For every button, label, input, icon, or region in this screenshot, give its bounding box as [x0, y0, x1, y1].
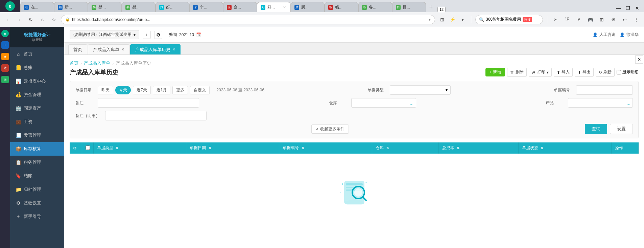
product-dots[interactable]: ... [624, 100, 633, 106]
sidebar-item-reports[interactable]: 📊 云报表中心 [10, 74, 64, 88]
new-tab-button[interactable]: + [426, 2, 436, 12]
note-detail-filter-input[interactable] [105, 111, 207, 120]
tab-1[interactable]: 在 在... [20, 2, 54, 12]
bolt-icon[interactable]: ⚡ [448, 15, 457, 24]
app-icon-main[interactable]: e [1, 30, 9, 37]
sidebar-item-inventory[interactable]: 📦 库存核算 [10, 142, 64, 156]
grid-icon[interactable]: ⊞ [438, 15, 447, 24]
date-yesterday[interactable]: 昨天 [98, 86, 113, 94]
display-checkbox[interactable] [617, 70, 621, 74]
back-button[interactable]: ‹ [3, 15, 12, 24]
minimize-button[interactable]: — [614, 4, 622, 12]
company-selector[interactable]: (勿删勿禁用）江西碳宝测试专用 ▾ [70, 30, 139, 39]
chevron-down-icon[interactable]: ▾ [458, 15, 467, 24]
breadcrumb-home[interactable]: 首页 [70, 60, 78, 66]
sidebar-item-invoice[interactable]: 🧾 发票管理 [10, 129, 64, 142]
import-button[interactable]: ⬆ 导入 [554, 68, 573, 77]
tab-8-close[interactable]: ✕ [282, 5, 287, 10]
table-col-warehouse[interactable]: 仓库 ⇅ [372, 142, 439, 154]
company-settings-button[interactable]: ⚙ [154, 31, 162, 39]
table-col-date[interactable]: 单据日期 ⇅ [186, 142, 279, 154]
date-today[interactable]: 今天 [115, 86, 131, 94]
refresh-button[interactable]: ↻ 刷新 [596, 68, 615, 77]
gamepad-icon[interactable]: 🎮 [586, 15, 595, 24]
sidebar-item-home[interactable]: ⌂ 首页 [10, 47, 64, 61]
tab-4[interactable]: 易 易... [122, 2, 156, 12]
table-col-status[interactable]: 单据状态 ⇅ [518, 142, 611, 154]
table-col-checkbox[interactable] [82, 142, 93, 154]
sidebar-item-funds[interactable]: 💰 资金管理 [10, 88, 64, 102]
table-col-settings[interactable]: ⚙ [70, 142, 82, 154]
delete-button[interactable]: 🗑 删除 [507, 68, 527, 77]
user-avatar[interactable]: 👤 徐泽华 [620, 32, 639, 38]
sidebar-item-payroll[interactable]: 💼 工资 [10, 115, 64, 129]
tab-2[interactable]: 新 新... [54, 2, 88, 12]
sidebar-item-newguide[interactable]: ＋ 新手引导 [10, 210, 64, 223]
home-button[interactable]: ⌂ [38, 15, 47, 24]
add-button[interactable]: + 新增 [485, 68, 505, 76]
bookmark-button[interactable]: ☆ [49, 15, 58, 24]
date-1month[interactable]: 近1月 [153, 86, 171, 94]
date-7days[interactable]: 近7天 [133, 86, 151, 94]
page-tab-history-close[interactable]: ✕ [172, 47, 175, 52]
sidebar-item-tax[interactable]: 📋 税务管理 [10, 156, 64, 169]
query-button[interactable]: 查询 [585, 124, 607, 134]
note-filter-input[interactable] [98, 98, 199, 108]
collapse-button[interactable]: ∧ 收起更多条件 [311, 125, 349, 134]
translate-icon[interactable]: 译 [563, 15, 572, 24]
tab-6[interactable]: 个 个... [189, 2, 223, 12]
warehouse-input[interactable] [352, 100, 408, 105]
sidebar-item-settings[interactable]: ⚙ 基础设置 [10, 196, 64, 210]
tab-12[interactable]: 目 目... [392, 2, 426, 12]
calendar-icon[interactable]: 📅 [196, 32, 201, 37]
user-service[interactable]: 👤 人工咨询 [593, 32, 616, 38]
warehouse-dots[interactable]: ... [408, 100, 416, 106]
page-tab-list[interactable]: 产成品入库单 ✕ [88, 44, 129, 54]
forward-button[interactable]: › [15, 15, 24, 24]
add-company-button[interactable]: + [143, 31, 151, 39]
sidebar-item-assets[interactable]: 🏢 固定资产 [10, 102, 64, 115]
date-custom[interactable]: 自定义 [190, 86, 210, 94]
export-button[interactable]: ⬇ 导出 [575, 68, 594, 77]
filter-settings-button[interactable]: 设置 [610, 124, 633, 134]
page-tab-list-close[interactable]: ✕ [121, 47, 124, 52]
sidebar-item-ledger[interactable]: 📒 总账 [10, 61, 64, 74]
table-col-type[interactable]: 单据类型 ⇅ [93, 142, 186, 154]
close-panel-button[interactable]: ✕ [635, 55, 643, 64]
more-icon[interactable]: ⋮ [632, 15, 641, 24]
number-filter-input[interactable] [576, 85, 633, 95]
select-all-checkbox[interactable] [86, 145, 90, 150]
print-button[interactable]: 🖨 打印 ▾ [529, 68, 552, 77]
tab-7[interactable]: 企 企... [223, 2, 257, 12]
undo-icon[interactable]: ↩ [620, 15, 629, 24]
layout-icon[interactable]: ⊞ [597, 15, 606, 24]
sun-icon[interactable]: ☀ [609, 15, 618, 24]
product-input[interactable] [568, 100, 624, 105]
search-box[interactable]: 🔍 360智能抠图免费用 热搜 [475, 15, 543, 24]
yuan-icon[interactable]: ¥ [574, 15, 583, 24]
sidebar-item-archive[interactable]: 📁 归档管理 [10, 183, 64, 196]
date-more[interactable]: 更多 [172, 86, 188, 94]
refresh-button[interactable]: ↻ [26, 15, 35, 24]
page-tab-history[interactable]: 产成品入库单历史 ✕ [130, 44, 181, 54]
tab-9[interactable]: 腾 腾... [291, 2, 325, 12]
table-col-cost[interactable]: 总成本 ⇅ [439, 142, 519, 154]
tab-5[interactable]: 好 好... [156, 2, 189, 12]
sidebar-item-checkout[interactable]: 🔖 结账 [10, 169, 64, 183]
tab-8[interactable]: 好 好... ✕ [257, 2, 291, 12]
close-button[interactable]: ✕ [633, 4, 641, 12]
breadcrumb-parent[interactable]: 产成品入库单 [84, 60, 110, 66]
address-input[interactable]: 🔒 https://cloud.chanjet.com/accounting/u… [61, 15, 435, 24]
tab-11[interactable]: 各 各... [358, 2, 392, 12]
scissors-icon[interactable]: ✂ [551, 15, 560, 24]
app-icon-1[interactable]: + [1, 41, 9, 49]
app-icon-2[interactable]: ★ [1, 53, 9, 60]
page-tab-home[interactable]: 首页 [68, 44, 87, 54]
tab-3[interactable]: 易 易... [88, 2, 122, 12]
table-col-number[interactable]: 单据编号 ⇅ [279, 142, 372, 154]
maximize-button[interactable]: ❐ [624, 4, 632, 12]
tab-10[interactable]: 畅 畅... [325, 2, 358, 12]
type-filter-select[interactable]: ▾ [390, 85, 451, 95]
app-icon-3[interactable]: 微 [1, 64, 9, 72]
display-label[interactable]: 显示明细 [622, 69, 639, 75]
